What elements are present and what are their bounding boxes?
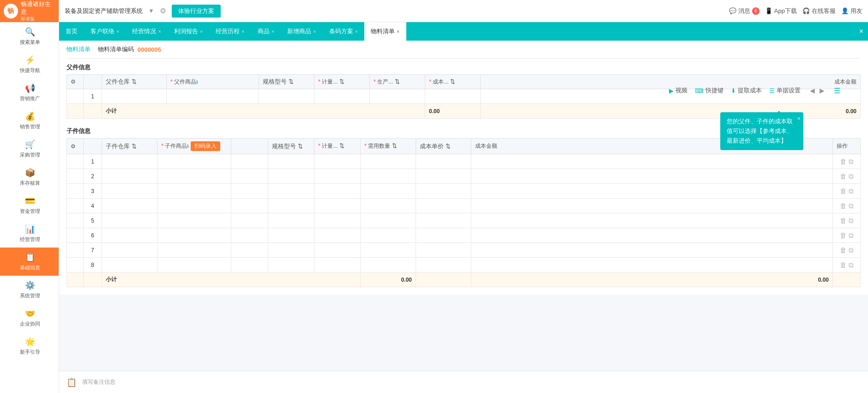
child-r7-unit-cost[interactable] — [416, 243, 471, 258]
copy-icon[interactable]: ⧉ — [849, 187, 854, 195]
child-r8-qty[interactable] — [361, 258, 416, 272]
child-r5-unit[interactable] — [314, 213, 361, 228]
child-r7-goods[interactable] — [157, 243, 231, 258]
child-r2-unit[interactable] — [314, 169, 361, 184]
child-r5-warehouse[interactable] — [102, 213, 157, 228]
tab-operation-status[interactable]: 经营情况× — [126, 22, 167, 41]
dropdown-icon[interactable]: ▼ — [148, 7, 154, 14]
tab-bom[interactable]: 物料清单× — [364, 22, 406, 41]
tab-profit-close[interactable]: × — [200, 29, 203, 34]
user-button[interactable]: 👤 用友 — [841, 7, 862, 15]
single-setting-button[interactable]: ☰ 单据设置 — [769, 86, 801, 95]
sidebar-item-basicinfo[interactable]: 📋基础信息 — [0, 248, 59, 276]
child-r3-unit[interactable] — [314, 184, 361, 199]
sidebar-item-inventory[interactable]: 📦库存核算 — [0, 163, 59, 191]
view-button[interactable]: ▶ 视频 — [669, 86, 687, 95]
parent-row1-goods[interactable] — [167, 89, 259, 104]
child-r4-spec[interactable] — [268, 199, 314, 213]
parent-row1-produce[interactable] — [370, 89, 425, 104]
child-r6-spec[interactable] — [268, 228, 314, 243]
message-button[interactable]: 💬 消息 6 — [729, 7, 760, 15]
sidebar-item-enterprise[interactable]: 🤝企业协同 — [0, 304, 59, 332]
sidebar-item-marketing[interactable]: 📢营销推广 — [0, 79, 59, 107]
delete-icon[interactable]: 🗑 — [840, 187, 847, 195]
sidebar-item-operation[interactable]: 📊经营管理 — [0, 219, 59, 248]
parent-col-gear[interactable]: ⚙ — [67, 75, 84, 89]
child-r8-goods[interactable] — [157, 258, 231, 272]
sidebar-item-sales[interactable]: 💰销售管理 — [0, 107, 59, 135]
child-r8-unit-cost[interactable] — [416, 258, 471, 272]
copy-icon[interactable]: ⧉ — [849, 231, 854, 239]
child-r5-spec[interactable] — [268, 213, 314, 228]
gear-settings-icon[interactable]: ⚙ — [160, 6, 166, 15]
breadcrumb-main[interactable]: 物料清单 — [66, 45, 90, 54]
child-r4-warehouse[interactable] — [102, 199, 157, 213]
copy-icon[interactable]: ⧉ — [849, 246, 854, 254]
child-r5-goods[interactable] — [157, 213, 231, 228]
child-r8-warehouse[interactable] — [102, 258, 157, 272]
child-r7-unit[interactable] — [314, 243, 361, 258]
trial-button[interactable]: 体验行业方案 — [172, 5, 221, 18]
copy-icon[interactable]: ⧉ — [849, 217, 854, 224]
parent-row1-unit[interactable] — [314, 89, 370, 104]
tab-history[interactable]: 经营历程× — [209, 22, 251, 41]
tab-new-goods[interactable]: 新增商品× — [281, 22, 322, 41]
tab-goods[interactable]: 商品× — [251, 22, 281, 41]
child-r6-goods[interactable] — [157, 228, 231, 243]
child-r4-goods[interactable] — [157, 199, 231, 213]
sidebar-item-finance[interactable]: 💳资金管理 — [0, 191, 59, 219]
child-r5-unit-cost[interactable] — [416, 213, 471, 228]
child-r7-warehouse[interactable] — [102, 243, 157, 258]
copy-icon[interactable]: ⧉ — [849, 202, 854, 210]
child-r3-unit-cost[interactable] — [416, 184, 471, 199]
child-r2-warehouse[interactable] — [102, 169, 157, 184]
copy-icon[interactable]: ⧉ — [849, 172, 854, 180]
tab-customer-close[interactable]: × — [116, 29, 119, 34]
child-r1-unit[interactable] — [314, 154, 361, 169]
child-r4-unit-cost[interactable] — [416, 199, 471, 213]
nav-next-icon[interactable]: ▶ — [818, 86, 826, 95]
tooltip-close-button[interactable]: × — [797, 114, 801, 124]
child-r3-qty[interactable] — [361, 184, 416, 199]
parent-row1-cost[interactable] — [425, 89, 481, 104]
child-r3-spec[interactable] — [268, 184, 314, 199]
child-r3-warehouse[interactable] — [102, 184, 157, 199]
child-r8-unit[interactable] — [314, 258, 361, 272]
child-r6-qty[interactable] — [361, 228, 416, 243]
delete-icon[interactable]: 🗑 — [840, 157, 847, 165]
notes-icon[interactable]: 📋 — [66, 377, 77, 387]
tab-bom-close[interactable]: × — [397, 29, 399, 34]
extract-cost-button[interactable]: ⬇ 提取成本 — [731, 86, 762, 95]
delete-icon[interactable]: 🗑 — [840, 261, 847, 269]
child-r6-unit-cost[interactable] — [416, 228, 471, 243]
delete-icon[interactable]: 🗑 — [840, 246, 847, 254]
delete-icon[interactable]: 🗑 — [840, 172, 847, 180]
child-r6-unit[interactable] — [314, 228, 361, 243]
copy-icon[interactable]: ⧉ — [849, 157, 854, 165]
child-r1-goods[interactable] — [157, 154, 231, 169]
tab-barcode[interactable]: 条码方案× — [323, 22, 364, 41]
shortcut-button[interactable]: ⌨ 快捷键 — [695, 86, 723, 95]
child-r1-qty[interactable] — [361, 154, 416, 169]
child-r1-spec[interactable] — [268, 154, 314, 169]
tab-profit[interactable]: 利润报告× — [168, 22, 209, 41]
tab-new-goods-close[interactable]: × — [313, 29, 316, 34]
sidebar-item-search[interactable]: 🔍搜索菜单 — [0, 22, 59, 50]
tab-operation-status-close[interactable]: × — [158, 29, 161, 34]
child-r2-qty[interactable] — [361, 169, 416, 184]
child-r1-unit-cost[interactable] — [416, 154, 471, 169]
parent-row1-warehouse[interactable] — [102, 89, 167, 104]
child-r1-warehouse[interactable] — [102, 154, 157, 169]
scan-button[interactable]: 扫码录入 — [191, 141, 220, 151]
child-r2-goods[interactable] — [157, 169, 231, 184]
child-r6-warehouse[interactable] — [102, 228, 157, 243]
tab-customer[interactable]: 客户联络× — [84, 22, 126, 41]
tab-home[interactable]: 首页 — [59, 22, 84, 41]
parent-row1-spec[interactable] — [259, 89, 314, 104]
copy-icon[interactable]: ⧉ — [849, 261, 854, 269]
app-download-button[interactable]: 📱 App下载 — [765, 7, 797, 15]
close-all-tabs[interactable]: × — [855, 27, 868, 36]
tab-goods-close[interactable]: × — [271, 29, 274, 34]
online-service-button[interactable]: 🎧 在线客服 — [802, 7, 836, 15]
child-r5-qty[interactable] — [361, 213, 416, 228]
